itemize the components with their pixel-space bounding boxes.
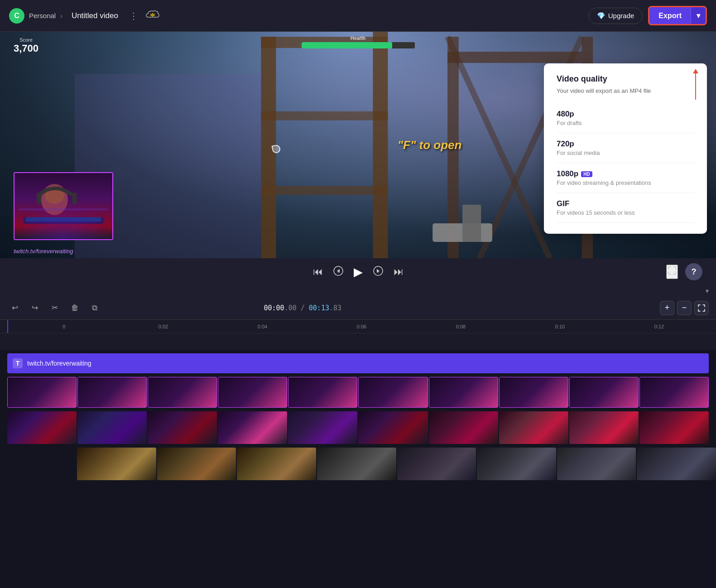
copy-button[interactable]: ⧉	[87, 300, 102, 316]
thumb-10	[639, 411, 709, 444]
breadcrumb-arrow: ›	[60, 12, 62, 19]
clip-5[interactable]	[288, 377, 357, 408]
quality-720p-desc: For social media	[557, 149, 694, 156]
forward-button[interactable]: 5	[373, 265, 384, 278]
health-bar	[302, 42, 415, 48]
cut-button[interactable]: ✂	[47, 300, 62, 316]
twitch-url-overlay: twitch.tv/foreverwaiting	[14, 248, 73, 255]
clip-1[interactable]	[7, 377, 77, 408]
redo-button[interactable]: ↪	[27, 300, 43, 316]
ruler-mark-5: 0:10	[510, 324, 610, 329]
svg-text:5: 5	[337, 270, 339, 273]
ruler-mark-3: 0:06	[312, 324, 411, 329]
time-ms: .00	[284, 304, 297, 312]
timeline-toolbar: ↩ ↪ ✂ 🗑 ⧉ 00:00.00 / 00:13.83 + −	[0, 296, 716, 320]
controls-center: ⏮ 5 ▶ 5 ⏭	[313, 265, 404, 278]
quality-720p-name: 720p	[557, 140, 694, 149]
clip-3[interactable]	[148, 377, 217, 408]
bottom-thumb-4	[317, 448, 396, 480]
zoom-controls: + −	[660, 301, 709, 315]
delete-button[interactable]: 🗑	[67, 300, 82, 316]
quality-option-720p[interactable]: 720p For social media	[557, 133, 694, 163]
health-bar-container: Health	[302, 35, 415, 48]
clip-6[interactable]	[358, 377, 428, 408]
quality-480p-desc: For drafts	[557, 120, 694, 126]
clip-9[interactable]	[569, 377, 639, 408]
zoom-out-button[interactable]: −	[677, 301, 692, 315]
zoom-in-button[interactable]: +	[660, 301, 674, 315]
clips-track	[7, 377, 709, 408]
play-button[interactable]: ▶	[354, 266, 363, 278]
thumb-5	[288, 411, 357, 444]
clip-8[interactable]	[499, 377, 568, 408]
time-display: 00:00.00 / 00:13.83	[264, 304, 341, 312]
upgrade-button[interactable]: 💎 Upgrade	[588, 8, 643, 24]
quality-1080p-desc: For video streaming & presentations	[557, 179, 694, 186]
export-button[interactable]: Export ▾	[648, 6, 707, 25]
health-label: Health	[302, 35, 415, 41]
clip-7[interactable]	[429, 377, 498, 408]
bottom-thumb-5	[397, 448, 476, 480]
topbar-right: 💎 Upgrade Export ▾	[588, 6, 707, 25]
empty-track-row	[0, 333, 716, 350]
video-thumbnail-strip	[7, 411, 709, 444]
export-chevron-icon[interactable]: ▾	[691, 7, 706, 24]
thumb-1	[7, 411, 77, 444]
quality-dropdown: Video quality Your video will export as …	[544, 63, 707, 234]
bottom-thumb-8	[637, 448, 716, 480]
fullscreen-button[interactable]	[666, 265, 678, 279]
quality-1080p-name: 1080p HD	[557, 169, 694, 178]
collapse-chevron-icon[interactable]: ▾	[706, 287, 709, 294]
text-track-icon: T	[13, 358, 23, 368]
time-separator: /	[301, 304, 305, 312]
undo-button[interactable]: ↩	[7, 300, 23, 316]
ruler-mark-0: 0	[14, 324, 114, 329]
clip-4[interactable]	[218, 377, 287, 408]
topbar: C Personal › Untitled video ⋮ 💎 Upgrade …	[0, 0, 716, 32]
export-label[interactable]: Export	[649, 8, 691, 24]
diamond-icon: 💎	[597, 12, 605, 20]
streamer-inset	[14, 172, 113, 240]
game-text: "F" to open	[398, 138, 462, 152]
text-track[interactable]: T twitch.tv/foreverwaiting	[7, 353, 709, 373]
thumb-2	[77, 411, 147, 444]
rewind-button[interactable]: 5	[333, 265, 344, 278]
clip-2[interactable]	[77, 377, 147, 408]
thumb-6	[358, 411, 428, 444]
arrow-up-indicator	[695, 72, 696, 100]
bottom-thumb-1	[77, 448, 156, 480]
quality-option-gif[interactable]: GIF For videos 15 seconds or less	[557, 193, 694, 223]
quality-gif-name: GIF	[557, 199, 694, 208]
ruler-mark-6: 0:12	[610, 324, 709, 329]
streamer-figure	[14, 173, 112, 239]
quality-480p-name: 480p	[557, 110, 694, 119]
ruler-mark-1: 0:02	[114, 324, 213, 329]
time-total-ms: .83	[329, 304, 341, 312]
health-fill	[302, 42, 392, 48]
hd-badge: HD	[581, 171, 592, 177]
quality-option-1080p[interactable]: 1080p HD For video streaming & presentat…	[557, 163, 694, 193]
bottom-video-strip	[77, 448, 716, 480]
score-label: Score	[14, 37, 38, 43]
avatar: C	[9, 8, 24, 24]
bottom-thumb-2	[157, 448, 236, 480]
text-track-label: twitch.tv/foreverwaiting	[27, 360, 91, 367]
clip-10[interactable]	[639, 377, 709, 408]
thumb-9	[569, 411, 639, 444]
bottom-thumb-7	[557, 448, 636, 480]
fit-button[interactable]	[694, 301, 709, 315]
help-button[interactable]: ?	[685, 263, 702, 280]
project-title: Untitled video	[67, 10, 123, 22]
ruler-mark-2: 0:04	[213, 324, 312, 329]
collapse-bar: ▾	[0, 285, 716, 296]
quality-gif-desc: For videos 15 seconds or less	[557, 209, 694, 216]
quality-option-480p[interactable]: 480p For drafts	[557, 103, 694, 133]
cloud-icon	[145, 9, 160, 22]
thumb-3	[148, 411, 217, 444]
thumb-8	[499, 411, 568, 444]
skip-to-start-button[interactable]: ⏮	[313, 267, 323, 277]
skip-to-end-button[interactable]: ⏭	[394, 267, 404, 277]
more-options-icon[interactable]: ⋮	[129, 10, 138, 21]
svg-text:5: 5	[377, 270, 379, 273]
personal-label: Personal	[29, 12, 56, 19]
